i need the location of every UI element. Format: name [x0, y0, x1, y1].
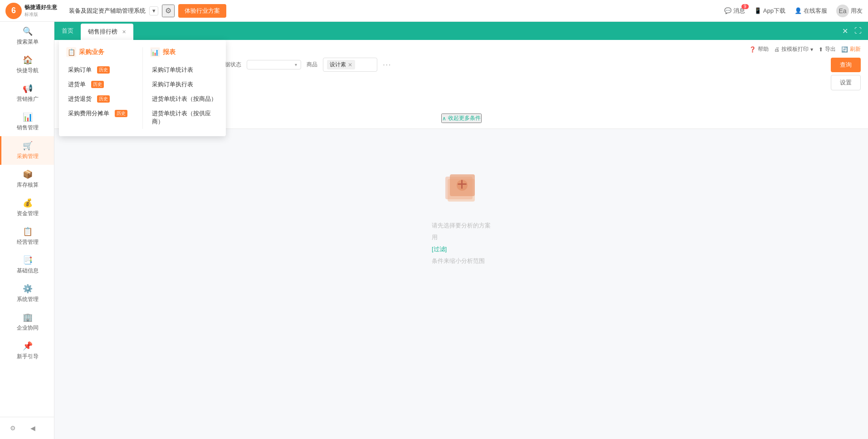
sidebar-label-finance: 资金管理 — [17, 210, 39, 217]
empty-text: 请先选择要分析的方案 用[过滤]条件来缩小分析范围 — [432, 220, 491, 267]
brand-name: 畅捷通好生意 — [24, 4, 57, 11]
sidebar-item-finance[interactable]: 💰 资金管理 — [0, 193, 54, 222]
dropdown-col-report: 📊 报表 采购订单统计表 采购订单执行表 进货单统计表（按商品） 进货单统计表（… — [143, 47, 226, 129]
user-avatar: Ea — [836, 5, 849, 17]
doc-status-chevron: ▾ — [295, 62, 297, 67]
sidebar-item-sales[interactable]: 📊 销售管理 — [0, 108, 54, 136]
sidebar-item-purchase[interactable]: 🛒 采购管理 — [0, 136, 54, 165]
svg-rect-5 — [461, 180, 463, 189]
sidebar-label-system: 系统管理 — [17, 296, 39, 303]
goods-label: 商品 — [307, 61, 317, 69]
refresh-icon: 🔄 — [841, 46, 848, 53]
sales-icon: 📊 — [23, 112, 33, 122]
goods-more-btn[interactable]: ··· — [383, 61, 391, 69]
notification-item[interactable]: 💬 消息 9 — [724, 7, 745, 15]
sidebar-label-enterprise: 企业协同 — [17, 324, 39, 332]
online-service-item[interactable]: 👤 在线客服 — [795, 7, 827, 15]
return-label: 进货退货 — [68, 95, 92, 103]
dropdown-item-report-order-exec[interactable]: 采购订单执行表 — [150, 77, 219, 92]
basic-icon: 📑 — [23, 255, 33, 265]
expense-label: 采购费用分摊单 — [68, 109, 109, 118]
tab-home[interactable]: 首页 — [54, 22, 81, 40]
goods-tag-close[interactable]: ✕ — [348, 62, 352, 68]
dropdown-item-report-order-stat[interactable]: 采购订单统计表 — [150, 63, 219, 77]
query-btn[interactable]: 查询 — [831, 58, 861, 72]
sidebar-item-inventory[interactable]: 📦 库存核算 — [0, 165, 54, 193]
online-service-label: 在线客服 — [804, 7, 827, 15]
dropdown-item-expense[interactable]: 采购费用分摊单 历史 — [66, 106, 135, 121]
sidebar: 🔍 搜索菜单 🏠 快捷导航 📢 营销推广 📊 销售管理 🛒 采购管理 📦 库存核… — [0, 22, 54, 439]
dropdown-item-report-inbound-goods[interactable]: 进货单统计表（按商品） — [150, 92, 219, 106]
empty-state: 请先选择要分析的方案 用[过滤]条件来缩小分析范围 — [54, 129, 868, 303]
system-name: 装备及固定资产辅助管理系统 — [69, 7, 146, 15]
sidebar-label-operation: 经营管理 — [17, 238, 39, 246]
sidebar-footer: ⚙ ◀ — [0, 417, 54, 439]
enterprise-icon: 🏢 — [23, 312, 33, 322]
empty-icon — [439, 165, 484, 211]
help-btn[interactable]: ❓ 帮助 — [749, 45, 769, 53]
settings-btn[interactable]: 设置 — [831, 75, 861, 90]
collapse-btn[interactable]: ∧ 收起更多条件 — [441, 113, 482, 123]
tab-close-icon[interactable]: ✕ — [122, 29, 126, 35]
home-icon: 🏠 — [23, 55, 33, 65]
sidebar-settings-btn[interactable]: ⚙ — [5, 422, 21, 434]
empty-line2: 用[过滤]条件来缩小分析范围 — [432, 232, 491, 267]
collapse-arrow-icon: ∧ — [442, 115, 446, 122]
tab-sales-rank-label: 销售排行榜 — [88, 28, 117, 36]
system-icon: ⚙️ — [23, 284, 33, 294]
empty-line1: 请先选择要分析的方案 — [432, 220, 491, 232]
marketing-icon: 📢 — [23, 84, 33, 94]
dropdown-item-purchase-order[interactable]: 采购订单 历史 — [66, 63, 135, 77]
sidebar-item-quick-nav[interactable]: 🏠 快捷导航 — [0, 50, 54, 79]
industry-btn[interactable]: 体验行业方案 — [178, 4, 226, 18]
notification-badge-count: 9 — [741, 4, 749, 9]
logo-area: 6 畅捷通好生意 标准版 — [5, 3, 60, 19]
inventory-icon: 📦 — [23, 169, 33, 179]
dropdown-col2-header: 📊 报表 — [150, 47, 219, 57]
tab-expand-icon[interactable]: ⛶ — [853, 25, 863, 37]
tab-sales-rank[interactable]: 销售排行榜 ✕ — [81, 24, 133, 40]
dropdown-item-inbound[interactable]: 进货单 历史 — [66, 77, 135, 92]
sidebar-label-quick-nav: 快捷导航 — [17, 67, 39, 74]
refresh-btn[interactable]: 🔄 刷新 — [841, 45, 861, 53]
sidebar-item-operation[interactable]: 📋 经营管理 — [0, 222, 54, 251]
print-btn[interactable]: 🖨 按模板打印 ▾ — [774, 45, 813, 53]
tab-bar: 首页 销售排行榜 ✕ ✕ ⛶ — [54, 22, 868, 40]
sidebar-collapse-btn[interactable]: ◀ — [24, 422, 41, 434]
sidebar-label-basic: 基础信息 — [17, 267, 39, 275]
doc-status-select[interactable]: ▾ — [247, 60, 301, 69]
purchase-order-history: 历史 — [97, 66, 110, 74]
online-service-icon: 👤 — [795, 7, 802, 14]
app-download-icon: 📱 — [754, 7, 761, 14]
user-avatar-text: Ea — [839, 7, 846, 15]
top-bar: 6 畅捷通好生意 标准版 装备及固定资产辅助管理系统 ▾ ⚙ 体验行业方案 💬 … — [0, 0, 868, 22]
export-btn[interactable]: ⬆ 导出 — [819, 45, 836, 53]
inbound-label: 进货单 — [68, 80, 86, 89]
col1-title: 采购业务 — [79, 48, 104, 56]
system-dropdown-btn[interactable]: ▾ — [149, 6, 158, 15]
app-download-item[interactable]: 📱 App下载 — [754, 7, 785, 15]
sidebar-item-enterprise[interactable]: 🏢 企业协同 — [0, 308, 54, 336]
goods-filter[interactable]: 设计素 ✕ — [323, 58, 377, 72]
sidebar-item-search[interactable]: 🔍 搜索菜单 — [0, 22, 54, 50]
dropdown-item-report-inbound-supplier[interactable]: 进货单统计表（按供应商） — [150, 106, 219, 129]
app-download-label: App下载 — [763, 7, 785, 15]
print-icon: 🖨 — [774, 46, 780, 53]
bracket-start: [过滤] — [432, 243, 491, 255]
sidebar-label-inventory: 库存核算 — [17, 181, 39, 189]
col2-title: 报表 — [163, 48, 176, 56]
sidebar-item-system[interactable]: ⚙️ 系统管理 — [0, 279, 54, 308]
help-icon: ❓ — [749, 46, 756, 53]
sidebar-item-marketing[interactable]: 📢 营销推广 — [0, 79, 54, 108]
tab-close-window-icon[interactable]: ✕ — [840, 25, 850, 37]
sidebar-item-basic[interactable]: 📑 基础信息 — [0, 251, 54, 279]
system-settings-btn[interactable]: ⚙ — [162, 5, 175, 17]
purchase-order-label: 采购订单 — [68, 66, 92, 74]
sidebar-label-marketing: 营销推广 — [17, 95, 39, 103]
dropdown-item-return[interactable]: 进货退货 历史 — [66, 92, 135, 106]
sidebar-label-sales: 销售管理 — [17, 124, 39, 132]
export-icon: ⬆ — [819, 46, 823, 53]
col2-icon: 📊 — [150, 47, 160, 57]
user-item[interactable]: Ea 用友 — [836, 5, 863, 17]
sidebar-item-guide[interactable]: 📌 新手引导 — [0, 336, 54, 365]
